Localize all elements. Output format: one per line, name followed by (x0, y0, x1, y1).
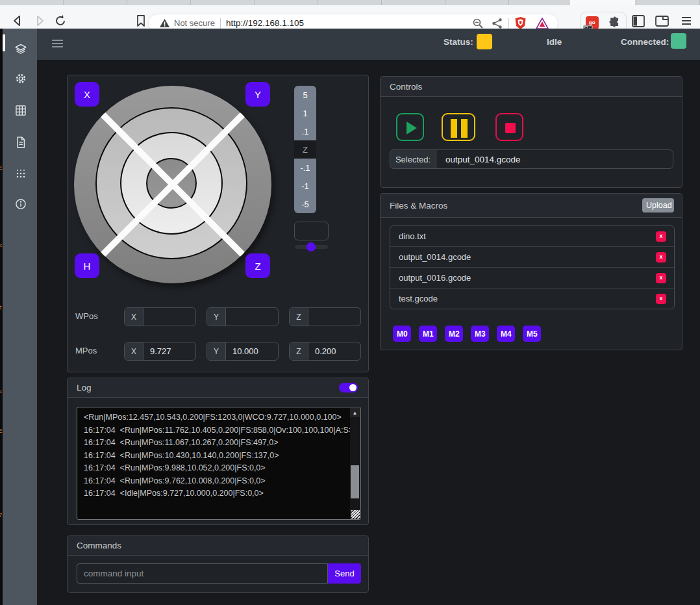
mpos-x-field[interactable]: X 9.727 (124, 342, 196, 361)
delete-file-button[interactable]: x (656, 252, 666, 263)
bat-rewards-icon[interactable] (536, 18, 549, 29)
mpos-y-field[interactable]: Y 10.000 (206, 342, 279, 361)
sidebar-item-grid[interactable] (14, 104, 27, 117)
macro-button-m1[interactable]: M1 (419, 326, 437, 342)
scrollbar-thumb[interactable] (351, 465, 359, 498)
connected-indicator (671, 33, 686, 49)
step-custom-input[interactable] (294, 222, 329, 240)
sidebar-item-info[interactable] (14, 198, 27, 211)
sidebar-item-settings[interactable] (14, 72, 27, 85)
resize-grip[interactable] (351, 510, 360, 519)
log-scrollbar[interactable]: ▲ ▼ (350, 408, 360, 519)
browser-tab-strip[interactable] (0, 0, 700, 5)
file-row[interactable]: test.gcodex (390, 289, 674, 309)
feed-slider[interactable] (295, 245, 328, 249)
sidebar-item-layers[interactable] (14, 43, 27, 56)
macro-button-m2[interactable]: M2 (445, 326, 463, 342)
active-tab[interactable] (570, 0, 635, 5)
browser-menu-icon[interactable] (679, 14, 694, 28)
step-option[interactable]: 1 (294, 104, 316, 122)
status-value: Idle (547, 37, 562, 47)
stop-button[interactable] (495, 113, 523, 141)
sidebar-toggle-icon[interactable] (631, 14, 645, 28)
zoom-out-icon[interactable] (472, 18, 484, 29)
pause-button[interactable] (442, 113, 475, 141)
axis-y-button[interactable]: Y (245, 82, 270, 107)
macro-button-m0[interactable]: M0 (393, 326, 411, 342)
wpos-z-value[interactable] (308, 308, 360, 326)
extension-icon[interactable]: go off (586, 16, 599, 29)
controls-title: Controls (390, 82, 422, 92)
mpos-z-value[interactable]: 0.200 (308, 342, 360, 360)
file-name: output_0016.gcode (390, 273, 656, 283)
selected-file-field: Selected: output_0014.gcode (390, 149, 673, 169)
send-button[interactable]: Send (328, 563, 361, 584)
log-box[interactable]: <Run|MPos:12.457,10.543,0.200|FS:1203,0|… (77, 407, 361, 520)
file-row[interactable]: output_0014.gcodex (390, 247, 674, 268)
axis-h-button[interactable]: H (75, 253, 99, 278)
log-panel-header: Log (68, 378, 368, 398)
wpos-y-value[interactable] (226, 308, 278, 326)
commands-panel: Commands Send (67, 535, 369, 593)
forward-button[interactable] (32, 14, 47, 28)
log-title: Log (77, 383, 92, 393)
macro-button-m4[interactable]: M4 (497, 326, 515, 342)
axis-prefix: X (125, 308, 144, 326)
mpos-y-value[interactable]: 10.000 (226, 342, 278, 360)
delete-file-button[interactable]: x (656, 294, 666, 304)
status-label: Status: (444, 37, 473, 47)
extensions-puzzle-icon[interactable] (608, 16, 621, 29)
file-name: test.gcode (390, 294, 656, 303)
command-input[interactable] (77, 563, 328, 584)
step-option[interactable]: -1 (294, 177, 316, 195)
url-text[interactable]: http://192.168.1.105 (226, 18, 304, 28)
wpos-x-value[interactable] (144, 308, 195, 326)
play-button[interactable] (396, 113, 424, 141)
reload-button[interactable] (53, 14, 68, 28)
step-list: 51.1Z-.1-1-5 (294, 86, 316, 213)
jog-wheel[interactable] (74, 86, 271, 283)
axis-x-button[interactable]: X (75, 82, 99, 107)
file-row[interactable]: output_0016.gcodex (390, 268, 674, 289)
status-indicator (477, 34, 492, 49)
step-option[interactable]: 5 (294, 86, 316, 104)
delete-file-button[interactable]: x (656, 231, 666, 242)
file-row[interactable]: dino.txtx (390, 226, 674, 247)
delete-file-button[interactable]: x (656, 273, 666, 283)
step-option[interactable]: Z (294, 140, 316, 159)
macro-button-m3[interactable]: M3 (471, 326, 489, 342)
commands-panel-header: Commands (68, 536, 368, 556)
upload-button[interactable]: Upload (642, 198, 674, 212)
extension-icon-text: go (589, 19, 595, 25)
bookmark-icon[interactable] (134, 14, 148, 28)
wpos-y-field[interactable]: Y (206, 307, 279, 326)
step-option[interactable]: -.1 (294, 159, 316, 177)
macro-bar: M0M1M2M3M4M5 (393, 326, 541, 342)
log-toggle[interactable] (339, 383, 358, 393)
macro-button-m5[interactable]: M5 (523, 326, 541, 342)
wpos-row: WPos X Y Z (68, 307, 368, 326)
sidebar-item-files[interactable] (14, 136, 27, 149)
axis-z-button[interactable]: Z (245, 253, 270, 278)
background-fragment: E (0, 428, 2, 435)
pause-icon (461, 119, 468, 138)
axis-prefix: Y (207, 342, 226, 360)
slider-thumb[interactable] (306, 242, 316, 251)
wpos-z-field[interactable]: Z (289, 307, 361, 326)
wallet-icon[interactable] (655, 14, 669, 28)
back-button[interactable] (10, 14, 25, 28)
wpos-x-field[interactable]: X (124, 307, 196, 326)
mpos-x-value[interactable]: 9.727 (144, 342, 195, 360)
mpos-z-field[interactable]: Z 0.200 (289, 342, 361, 361)
scroll-up-icon[interactable]: ▲ (350, 408, 360, 417)
security-label: Not secure (174, 18, 215, 28)
controls-panel: Controls Selected: output_0014.gcode (380, 76, 682, 188)
app-header (37, 29, 700, 60)
selected-file-value[interactable]: output_0014.gcode (436, 150, 673, 168)
sidebar-item-keypad[interactable] (14, 167, 27, 180)
step-option[interactable]: .1 (294, 122, 316, 140)
brave-shield-icon[interactable] (514, 16, 527, 30)
share-icon[interactable] (492, 18, 503, 29)
step-option[interactable]: -5 (294, 195, 316, 213)
menu-toggle-icon[interactable] (52, 40, 63, 47)
